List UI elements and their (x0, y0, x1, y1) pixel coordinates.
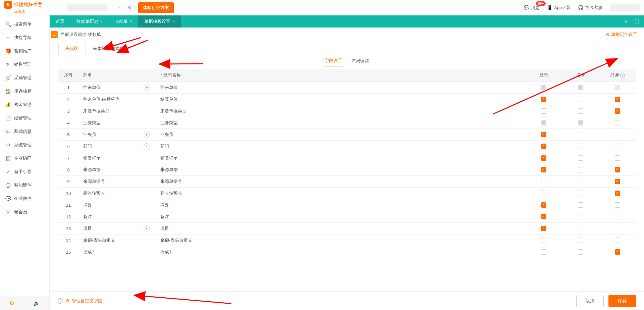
checkbox-show[interactable] (541, 167, 546, 172)
sidebar-marketing[interactable]: 🎁营销推广 (0, 44, 49, 58)
cell-displayname[interactable]: 来源单据号 (156, 176, 525, 188)
doc-tab-表头区[interactable]: 表头区 (58, 42, 86, 55)
checkbox-required[interactable] (578, 108, 583, 114)
checkbox-required[interactable] (578, 155, 583, 161)
sidebar-system[interactable]: ⚙系统管理 (0, 138, 49, 152)
tab-收款单[interactable]: 收款单× (109, 15, 138, 28)
checkbox-readonly[interactable] (615, 120, 620, 125)
checkbox-required[interactable] (578, 238, 583, 243)
tab-收款单历史[interactable]: 收款单历史× (70, 15, 109, 28)
checkbox-readonly[interactable] (615, 97, 620, 102)
checkbox-readonly[interactable] (615, 238, 620, 243)
checkbox-readonly[interactable] (615, 202, 620, 208)
checkbox-show[interactable] (541, 202, 546, 208)
cell-displayname[interactable]: 备注 (156, 211, 525, 223)
checkbox-show[interactable] (541, 97, 546, 102)
cell-displayname[interactable]: 金额-表头自定义 (156, 235, 525, 246)
close-icon[interactable]: × (100, 19, 103, 24)
sidebar-inventory[interactable]: 🏠库存核算 (0, 85, 49, 98)
sidebar-purchase[interactable]: 🛒采购管理 (0, 71, 49, 85)
table-scroll[interactable]: 序号 列名 *显示名称 显示 必录 只读? 1 往来单位+ 往来单位 2 往来单… (50, 69, 644, 291)
checkbox-show[interactable] (541, 108, 546, 114)
sidebar-wecom[interactable]: 💬企业微信 (0, 192, 49, 205)
mode-tab-布局调整[interactable]: 布局调整 (352, 58, 369, 66)
close-icon[interactable]: × (130, 19, 132, 24)
add-icon[interactable]: + (144, 85, 150, 91)
sidebar-member[interactable]: V畅会员 (0, 205, 49, 219)
checkbox-required[interactable] (578, 191, 583, 196)
tab-单据模板设置[interactable]: 单据模板设置× (138, 15, 181, 28)
cell-displayname[interactable]: 项目 (156, 223, 525, 235)
checkbox-required[interactable] (578, 214, 583, 219)
experience-plan-button[interactable]: 体验行业方案 (138, 2, 174, 13)
cell-displayname[interactable]: 来源单据类型 (156, 105, 525, 117)
checkbox-readonly[interactable] (615, 132, 620, 137)
gear-icon[interactable]: ⚙ (127, 4, 132, 11)
collapse-toggle[interactable]: » (51, 31, 58, 38)
add-icon[interactable]: + (144, 132, 150, 138)
add-icon[interactable]: + (144, 225, 150, 231)
sidebar-collab[interactable]: 📋企业协同 (0, 152, 49, 165)
cell-displayname[interactable]: 部门 (156, 141, 525, 152)
checkbox-readonly[interactable] (615, 191, 620, 196)
app-download-button[interactable]: 📱 App下载 (547, 5, 571, 11)
fullscreen-button[interactable]: ⛶ (632, 17, 641, 26)
checkbox-readonly[interactable] (615, 167, 620, 172)
save-button[interactable]: 保存 (608, 295, 636, 307)
add-icon[interactable]: + (144, 143, 150, 149)
checkbox-required[interactable] (578, 97, 583, 102)
help-icon[interactable]: ? (620, 73, 625, 78)
doc-tab-表体区-收款单明细[interactable]: 表体区-收款单明细 (86, 42, 136, 55)
sidebar-quicknav[interactable]: ⌂快捷导航 (0, 31, 49, 44)
checkbox-show[interactable] (541, 238, 546, 243)
messages-button[interactable]: 💬 消息 99+ (524, 5, 540, 11)
manage-custom-fields-link[interactable]: ? ⚙ 管理自定义字段 (58, 298, 102, 304)
sidebar-search[interactable]: 🔍搜索菜单 (0, 17, 49, 31)
cell-displayname[interactable]: 结算单位 (156, 94, 525, 105)
checkbox-readonly[interactable] (615, 155, 620, 161)
checkbox-show[interactable] (541, 214, 546, 219)
checkbox-readonly[interactable] (615, 226, 620, 231)
sidebar-basedata[interactable]: 🗂基础信息 (0, 125, 49, 138)
sidebar-operations[interactable]: 📄经营管理 (0, 111, 49, 125)
checkbox-required[interactable] (578, 144, 583, 149)
cell-displayname[interactable]: 业务员 (156, 129, 525, 141)
settings-icon[interactable]: ⚙ (9, 300, 14, 306)
sidebar-sales[interactable]: 🛍销售管理 (0, 58, 49, 71)
cell-displayname[interactable]: 往来单位 (156, 82, 525, 94)
mode-tab-字段设置[interactable]: 字段设置 (325, 58, 342, 66)
checkbox-show[interactable] (541, 132, 546, 137)
tab-close-all-button[interactable]: ✕ (621, 17, 631, 26)
online-service-button[interactable]: 🎧 在线客服 (578, 5, 602, 11)
checkbox-required[interactable] (578, 249, 583, 255)
cell-displayname[interactable]: 提成1 (156, 246, 525, 258)
tab-首页[interactable]: 首页 (50, 15, 70, 28)
sidebar-guide[interactable]: ↗新手引导 (0, 165, 49, 178)
checkbox-show[interactable] (541, 155, 546, 161)
sidebar-hardware[interactable]: ⌚智能硬件 (0, 178, 49, 192)
checkbox-readonly[interactable] (615, 249, 620, 255)
checkbox-show[interactable] (541, 191, 546, 196)
cell-displayname[interactable]: 来源单据 (156, 164, 525, 176)
checkbox-show[interactable] (541, 226, 546, 231)
checkbox-readonly[interactable] (615, 179, 620, 184)
user-avatar-blurred[interactable] (610, 4, 640, 11)
sidebar-funds[interactable]: 💰资金管理 (0, 98, 49, 111)
checkbox-show[interactable] (541, 179, 546, 184)
cell-displayname[interactable]: 业务类型 (156, 117, 525, 129)
checkbox-show[interactable] (541, 249, 546, 255)
checkbox-show[interactable] (541, 144, 546, 149)
checkbox-required[interactable] (578, 132, 583, 137)
checkbox-readonly[interactable] (615, 144, 620, 149)
cancel-button[interactable]: 取消 (576, 295, 604, 307)
checkbox-required[interactable] (578, 202, 583, 208)
cell-displayname[interactable]: 摘要 (156, 199, 525, 211)
org-selector[interactable]: ﹀ (67, 4, 122, 11)
memory-settings-link[interactable]: ⚙ 单据记忆设置 (606, 32, 637, 38)
checkbox-required[interactable] (578, 179, 583, 184)
sound-icon[interactable]: 🔈 (33, 300, 40, 306)
cell-displayname[interactable]: 超收转预收 (156, 188, 525, 199)
cell-displayname[interactable]: 销售订单 (156, 152, 525, 164)
checkbox-readonly[interactable] (615, 214, 620, 219)
checkbox-required[interactable] (578, 167, 583, 172)
